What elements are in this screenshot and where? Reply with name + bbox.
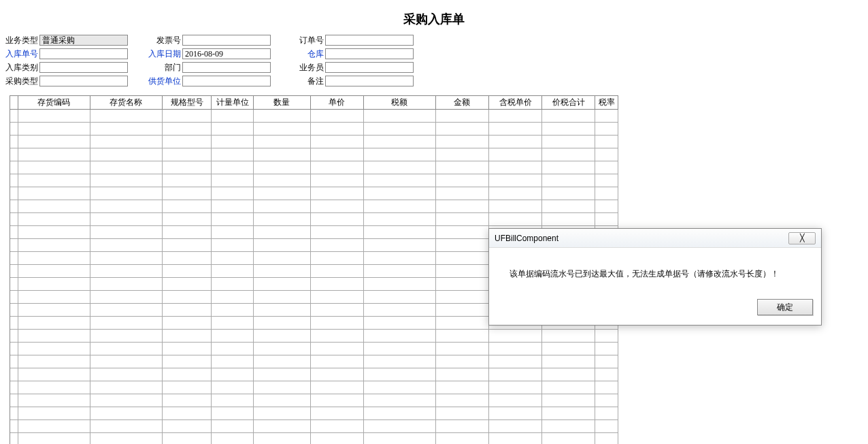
cell[interactable] (310, 187, 363, 200)
cell[interactable] (253, 148, 310, 161)
cell[interactable] (542, 407, 595, 419)
cell[interactable] (253, 161, 310, 174)
cell[interactable] (363, 251, 435, 264)
cell[interactable] (90, 161, 162, 174)
cell[interactable] (162, 122, 212, 135)
cell[interactable] (18, 342, 90, 355)
cell[interactable] (363, 122, 435, 135)
cell[interactable] (363, 329, 435, 342)
cell[interactable] (310, 161, 363, 174)
cell[interactable] (310, 368, 363, 381)
cell[interactable] (212, 316, 253, 329)
cell[interactable] (253, 368, 310, 381)
cell[interactable] (253, 381, 310, 394)
cell[interactable] (90, 381, 162, 394)
cell[interactable] (489, 407, 542, 419)
cell[interactable] (212, 238, 253, 251)
cell[interactable] (363, 135, 435, 148)
ok-button[interactable]: 确定 (757, 299, 813, 315)
table-row[interactable] (10, 381, 618, 394)
cell[interactable] (435, 355, 488, 368)
cell[interactable] (595, 174, 618, 187)
cell[interactable] (435, 264, 488, 277)
cell[interactable] (162, 368, 212, 381)
cell[interactable] (489, 109, 542, 122)
cell[interactable] (212, 135, 253, 148)
cell[interactable] (310, 342, 363, 355)
field-input[interactable] (182, 76, 271, 86)
cell[interactable] (212, 122, 253, 135)
cell[interactable] (489, 135, 542, 148)
cell[interactable] (363, 419, 435, 432)
cell[interactable] (310, 303, 363, 316)
cell[interactable] (435, 109, 488, 122)
cell[interactable] (18, 394, 90, 407)
cell[interactable] (212, 277, 253, 290)
column-header[interactable]: 存货编码 (18, 96, 90, 109)
cell[interactable] (435, 407, 488, 419)
cell[interactable] (363, 342, 435, 355)
cell[interactable] (18, 303, 90, 316)
cell[interactable] (253, 174, 310, 187)
cell[interactable] (310, 316, 363, 329)
cell[interactable] (310, 238, 363, 251)
cell[interactable] (18, 368, 90, 381)
cell[interactable] (253, 187, 310, 200)
cell[interactable] (435, 212, 488, 225)
cell[interactable] (363, 303, 435, 316)
cell[interactable] (18, 419, 90, 432)
cell[interactable] (363, 238, 435, 251)
cell[interactable] (253, 329, 310, 342)
cell[interactable] (489, 161, 542, 174)
cell[interactable] (162, 381, 212, 394)
cell[interactable] (18, 316, 90, 329)
cell[interactable] (363, 187, 435, 200)
cell[interactable] (212, 225, 253, 238)
cell[interactable] (489, 187, 542, 200)
cell[interactable] (363, 432, 435, 444)
cell[interactable] (162, 109, 212, 122)
field-input[interactable] (39, 48, 128, 59)
cell[interactable] (18, 212, 90, 225)
cell[interactable] (253, 238, 310, 251)
cell[interactable] (435, 251, 488, 264)
cell[interactable] (18, 381, 90, 394)
cell[interactable] (595, 200, 618, 212)
cell[interactable] (212, 187, 253, 200)
cell[interactable] (595, 212, 618, 225)
cell[interactable] (435, 368, 488, 381)
cell[interactable] (18, 225, 90, 238)
cell[interactable] (489, 122, 542, 135)
column-header[interactable]: 税额 (363, 96, 435, 109)
cell[interactable] (18, 174, 90, 187)
cell[interactable] (18, 200, 90, 212)
cell[interactable] (253, 419, 310, 432)
table-row[interactable] (10, 368, 618, 381)
table-row[interactable] (10, 407, 618, 419)
cell[interactable] (310, 394, 363, 407)
cell[interactable] (363, 394, 435, 407)
cell[interactable] (162, 264, 212, 277)
cell[interactable] (489, 394, 542, 407)
cell[interactable] (253, 109, 310, 122)
cell[interactable] (162, 212, 212, 225)
table-row[interactable] (10, 174, 618, 187)
cell[interactable] (435, 135, 488, 148)
cell[interactable] (212, 381, 253, 394)
cell[interactable] (253, 251, 310, 264)
cell[interactable] (90, 174, 162, 187)
cell[interactable] (212, 200, 253, 212)
cell[interactable] (542, 148, 595, 161)
cell[interactable] (310, 251, 363, 264)
cell[interactable] (18, 264, 90, 277)
cell[interactable] (162, 251, 212, 264)
cell[interactable] (542, 355, 595, 368)
cell[interactable] (595, 381, 618, 394)
field-input[interactable] (182, 48, 271, 59)
field-input[interactable] (325, 76, 414, 86)
cell[interactable] (435, 329, 488, 342)
cell[interactable] (435, 161, 488, 174)
cell[interactable] (595, 394, 618, 407)
field-input[interactable] (182, 35, 271, 46)
cell[interactable] (363, 355, 435, 368)
